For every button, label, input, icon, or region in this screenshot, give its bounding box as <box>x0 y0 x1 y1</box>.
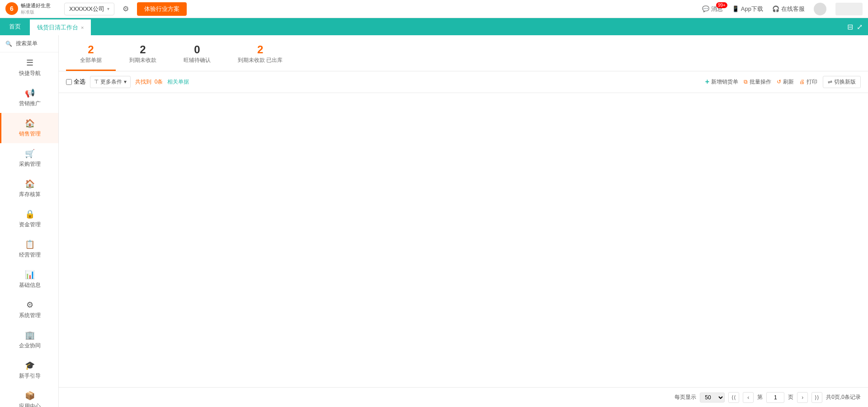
toolbar: 全选 ⊤ 更多条件 ▾ 共找到 0条 相关单据 + 新增销货单 <box>59 71 868 93</box>
sidebar-item-finance[interactable]: 🔒 资金管理 <box>0 204 58 234</box>
tab-work-bench[interactable]: 钱货日清工作台 × <box>30 18 91 35</box>
sidebar-search[interactable]: 🔍 搜索菜单 <box>0 35 58 52</box>
nav-tabs: 首页 钱货日清工作台 × ⊟ ⤢ <box>0 18 868 35</box>
appcenter-icon: 📦 <box>25 391 35 401</box>
print-icon: 🖨 <box>799 79 805 85</box>
add-order-button[interactable]: + 新增销货单 <box>705 78 738 86</box>
found-prefix: 共找到 <box>135 79 151 85</box>
select-all-checkbox-area[interactable]: 全选 <box>66 78 85 86</box>
next-page-button[interactable]: › <box>797 392 808 403</box>
phone-icon: 📱 <box>732 5 739 12</box>
switch-version-button[interactable]: ⇌ 切换新版 <box>823 76 861 88</box>
sidebar-item-guide[interactable]: 🎓 新手引导 <box>0 355 58 385</box>
service-icon: 🎧 <box>772 5 779 12</box>
trial-button[interactable]: 体验行业方案 <box>137 2 187 16</box>
sidebar-item-appcenter[interactable]: 📦 应用中心 <box>0 385 58 407</box>
last-page-button[interactable]: ⟩⟩ <box>811 392 822 403</box>
print-button[interactable]: 🖨 打印 <box>799 78 817 86</box>
per-page-select[interactable]: 50 20 100 <box>700 393 725 402</box>
sidebar-item-sales[interactable]: 🏠 销售管理 <box>0 113 58 143</box>
sidebar-item-operations[interactable]: 📋 经营管理 <box>0 234 58 264</box>
finance-label: 资金管理 <box>19 221 41 229</box>
guide-icon: 🎓 <box>25 360 35 370</box>
sidebar-item-enterprise[interactable]: 🏢 企业协同 <box>0 325 58 355</box>
summary-tabs: 2 全部单据 2 到期未收款 0 旺辅待确认 2 到期未收款 已出库 <box>59 35 868 71</box>
close-icon[interactable]: × <box>81 25 84 30</box>
app-download-button[interactable]: 📱 App下载 <box>732 5 763 13</box>
finance-icon: 🔒 <box>25 209 35 219</box>
pagination: 每页显示 50 20 100 ⟨⟨ ‹ 第 页 › ⟩⟩ 共0页,0条记录 <box>59 387 868 407</box>
main-layout: 🔍 搜索菜单 ☰ 快捷导航 📢 营销推广 🏠 销售管理 🛒 采购管理 🏠 库存核… <box>0 35 868 407</box>
switch-label: 切换新版 <box>834 78 856 86</box>
message-icon: 💬 <box>702 5 709 12</box>
company-selector[interactable]: XXXXXX公司 ▾ <box>64 3 114 15</box>
system-label: 系统管理 <box>19 312 41 319</box>
operations-icon: 📋 <box>25 239 35 249</box>
sidebar-item-basics[interactable]: 📊 基础信息 <box>0 264 58 295</box>
add-order-label: 新增销货单 <box>711 78 738 86</box>
filter-button[interactable]: ⊤ 更多条件 ▾ <box>90 76 131 88</box>
page-total: 共0页,0条记录 <box>826 393 861 401</box>
summary-label-overdue: 到期未收款 <box>129 56 156 64</box>
basics-label: 基础信息 <box>19 281 41 289</box>
summary-count-overdue: 2 <box>140 43 146 56</box>
sidebar-item-purchase[interactable]: 🛒 采购管理 <box>0 143 58 173</box>
table-area <box>59 93 868 387</box>
first-page-button[interactable]: ⟨⟨ <box>728 392 739 403</box>
found-text: 共找到 0条 <box>135 78 163 86</box>
company-name: XXXXXX公司 <box>69 5 104 13</box>
tab-work-bench-label: 钱货日清工作台 <box>37 23 78 32</box>
tab-home[interactable]: 首页 <box>0 18 30 35</box>
user-name-area <box>835 3 863 15</box>
settings-button[interactable]: ⚙ <box>119 2 132 16</box>
toolbar-right: + 新增销货单 ⧉ 批量操作 ↺ 刷新 🖨 打印 ⇌ 切换新版 <box>705 76 861 88</box>
inventory-label: 库存核算 <box>19 191 41 198</box>
operations-label: 经营管理 <box>19 251 41 259</box>
content-area: 2 全部单据 2 到期未收款 0 旺辅待确认 2 到期未收款 已出库 全选 <box>59 35 868 407</box>
sidebar-item-system[interactable]: ⚙ 系统管理 <box>0 295 58 325</box>
page-input[interactable] <box>766 392 784 403</box>
related-link[interactable]: 相关单据 <box>167 78 189 86</box>
search-label: 搜索菜单 <box>16 40 38 47</box>
sidebar-item-marketing[interactable]: 📢 营销推广 <box>0 83 58 113</box>
marketing-label: 营销推广 <box>19 100 41 108</box>
messages-button[interactable]: 💬 消息 99+ <box>702 5 723 13</box>
quick-nav-icon: ☰ <box>26 58 33 68</box>
summary-tab-shipped[interactable]: 2 到期未收款 已出库 <box>224 40 296 71</box>
batch-operation-button[interactable]: ⧉ 批量操作 <box>744 78 771 86</box>
select-all-label: 全选 <box>74 78 85 86</box>
filter-label: 更多条件 <box>100 78 122 86</box>
switch-icon: ⇌ <box>828 79 832 85</box>
sales-icon: 🏠 <box>25 118 35 128</box>
minimize-icon[interactable]: ⊟ <box>847 23 853 31</box>
summary-label-pending: 旺辅待确认 <box>184 56 211 64</box>
quick-nav-label: 快捷导航 <box>19 70 41 77</box>
refresh-button[interactable]: ↺ 刷新 <box>777 78 794 86</box>
enterprise-label: 企业协同 <box>19 342 41 350</box>
tab-home-label: 首页 <box>9 23 21 31</box>
refresh-label: 刷新 <box>783 78 794 86</box>
toolbar-left: 全选 ⊤ 更多条件 ▾ 共找到 0条 相关单据 <box>66 76 701 88</box>
top-right-area: 💬 消息 99+ 📱 App下载 🎧 在线客服 <box>702 3 863 15</box>
basics-icon: 📊 <box>25 270 35 280</box>
gear-icon: ⚙ <box>123 5 129 13</box>
filter-icon: ⊤ <box>94 79 99 85</box>
prev-page-button[interactable]: ‹ <box>743 392 754 403</box>
avatar[interactable] <box>814 3 826 15</box>
expand-icon[interactable]: ⤢ <box>857 23 863 31</box>
summary-tab-overdue[interactable]: 2 到期未收款 <box>116 40 170 71</box>
summary-tab-all[interactable]: 2 全部单据 <box>66 40 116 71</box>
per-page-label: 每页显示 <box>675 393 696 401</box>
summary-label-all: 全部单据 <box>80 56 102 64</box>
sidebar-item-quick-nav[interactable]: ☰ 快捷导航 <box>0 52 58 83</box>
online-service-label: 在线客服 <box>781 5 805 13</box>
select-all-checkbox[interactable] <box>66 79 72 85</box>
summary-tab-pending[interactable]: 0 旺辅待确认 <box>170 40 224 71</box>
sidebar-item-inventory[interactable]: 🏠 库存核算 <box>0 173 58 204</box>
inventory-icon: 🏠 <box>25 179 35 189</box>
purchase-label: 采购管理 <box>19 160 41 168</box>
summary-count-all: 2 <box>88 43 94 56</box>
batch-icon: ⧉ <box>744 79 748 85</box>
marketing-icon: 📢 <box>25 88 35 98</box>
online-service-button[interactable]: 🎧 在线客服 <box>772 5 805 13</box>
